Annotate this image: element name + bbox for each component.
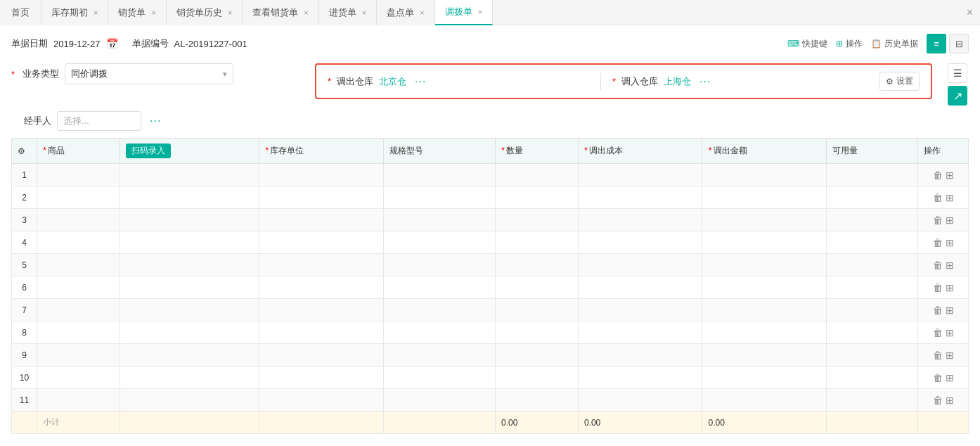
tab-view-sales-close[interactable]: × — [304, 8, 308, 17]
row-7-quantity[interactable] — [496, 299, 579, 321]
row-11-spec[interactable] — [383, 389, 495, 412]
row-9-amount[interactable] — [702, 344, 827, 367]
delete-icon-1[interactable]: 🗑 — [933, 170, 943, 181]
row-1-unit[interactable] — [259, 164, 384, 186]
tab-sales-order[interactable]: 销货单 × — [108, 0, 166, 25]
copy-icon-11[interactable]: ⊞ — [946, 395, 954, 406]
row-10-unit[interactable] — [259, 367, 384, 389]
list-view-btn[interactable]: ≡ — [927, 34, 946, 53]
copy-icon-5[interactable]: ⊞ — [946, 260, 954, 271]
row-5-product[interactable] — [37, 254, 120, 276]
copy-icon-3[interactable]: ⊞ — [946, 215, 954, 226]
row-8-cost[interactable] — [578, 321, 702, 344]
row-11-cost[interactable] — [578, 389, 702, 412]
global-close-btn[interactable]: × — [967, 0, 973, 25]
row-10-product[interactable] — [37, 367, 120, 389]
row-3-spec[interactable] — [383, 209, 495, 231]
tab-purchase-order[interactable]: 进货单 × — [319, 0, 377, 25]
tab-inventory-init-close[interactable]: × — [94, 8, 98, 17]
row-7-product[interactable] — [37, 299, 120, 321]
shortcuts-btn[interactable]: ⌨ 快捷键 — [787, 38, 827, 50]
row-4-product[interactable] — [37, 231, 120, 254]
row-2-quantity[interactable] — [496, 186, 579, 209]
sidebar-list-icon[interactable]: ☰ — [948, 63, 967, 83]
row-7-unit[interactable] — [259, 299, 384, 321]
row-4-spec[interactable] — [383, 231, 495, 254]
in-warehouse-value[interactable]: 上海仓 — [664, 75, 691, 88]
copy-icon-9[interactable]: ⊞ — [946, 350, 954, 361]
row-1-spec[interactable] — [383, 164, 495, 186]
row-8-amount[interactable] — [702, 321, 827, 344]
history-btn[interactable]: 📋 历史单据 — [871, 38, 918, 50]
row-3-cost[interactable] — [578, 209, 702, 231]
delete-icon-6[interactable]: 🗑 — [933, 282, 943, 293]
row-6-cost[interactable] — [578, 276, 702, 299]
row-4-unit[interactable] — [259, 231, 384, 254]
copy-icon-2[interactable]: ⊞ — [946, 192, 954, 203]
tab-sales-history[interactable]: 销货单历史 × — [167, 0, 243, 25]
scan-button[interactable]: 扫码录入 — [126, 144, 171, 158]
row-3-product[interactable] — [37, 209, 120, 231]
delete-icon-7[interactable]: 🗑 — [933, 305, 943, 316]
row-9-quantity[interactable] — [496, 344, 579, 367]
delete-icon-4[interactable]: 🗑 — [933, 237, 943, 248]
row-6-unit[interactable] — [259, 276, 384, 299]
settings-button[interactable]: ⚙ 设置 — [879, 72, 920, 91]
tab-sales-history-close[interactable]: × — [228, 8, 232, 17]
row-1-amount[interactable] — [702, 164, 827, 186]
row-5-quantity[interactable] — [496, 254, 579, 276]
delete-icon-3[interactable]: 🗑 — [933, 215, 943, 226]
row-7-cost[interactable] — [578, 299, 702, 321]
tab-inventory-check[interactable]: 盘点单 × — [377, 0, 434, 25]
row-5-unit[interactable] — [259, 254, 384, 276]
row-11-amount[interactable] — [702, 389, 827, 412]
business-type-select[interactable]: 同价调拨 ▾ — [65, 63, 233, 84]
in-warehouse-dots-btn[interactable]: ··· — [697, 75, 714, 88]
row-6-quantity[interactable] — [496, 276, 579, 299]
row-5-cost[interactable] — [578, 254, 702, 276]
row-9-cost[interactable] — [578, 344, 702, 367]
copy-icon-1[interactable]: ⊞ — [946, 170, 954, 181]
row-6-product[interactable] — [37, 276, 120, 299]
row-5-amount[interactable] — [702, 254, 827, 276]
sidebar-link-icon[interactable]: ↗ — [948, 86, 967, 106]
out-warehouse-value[interactable]: 北京仓 — [379, 75, 406, 88]
delete-icon-2[interactable]: 🗑 — [933, 192, 943, 203]
row-4-amount[interactable] — [702, 231, 827, 254]
operations-btn[interactable]: ⊞ 操作 — [836, 38, 863, 50]
row-6-amount[interactable] — [702, 276, 827, 299]
row-3-amount[interactable] — [702, 209, 827, 231]
row-2-amount[interactable] — [702, 186, 827, 209]
row-1-product[interactable] — [37, 164, 120, 186]
row-11-product[interactable] — [37, 389, 120, 412]
tab-view-sales[interactable]: 查看销货单 × — [243, 0, 318, 25]
row-11-quantity[interactable] — [496, 389, 579, 412]
row-1-cost[interactable] — [578, 164, 702, 186]
row-9-unit[interactable] — [259, 344, 384, 367]
row-2-cost[interactable] — [578, 186, 702, 209]
tab-sales-order-close[interactable]: × — [151, 8, 155, 17]
row-9-product[interactable] — [37, 344, 120, 367]
row-2-unit[interactable] — [259, 186, 384, 209]
row-1-quantity[interactable] — [496, 164, 579, 186]
row-3-quantity[interactable] — [496, 209, 579, 231]
copy-icon-10[interactable]: ⊞ — [946, 372, 954, 383]
row-6-spec[interactable] — [383, 276, 495, 299]
row-11-unit[interactable] — [259, 389, 384, 412]
delete-icon-11[interactable]: 🗑 — [933, 395, 943, 406]
tab-home[interactable]: 首页 — [0, 0, 41, 25]
row-4-cost[interactable] — [578, 231, 702, 254]
th-gear[interactable]: ⚙ — [12, 139, 37, 164]
copy-icon-7[interactable]: ⊞ — [946, 305, 954, 316]
copy-icon-8[interactable]: ⊞ — [946, 327, 954, 338]
handler-select[interactable]: 选择... — [57, 111, 141, 131]
delete-icon-8[interactable]: 🗑 — [933, 327, 943, 338]
delete-icon-10[interactable]: 🗑 — [933, 372, 943, 383]
row-10-amount[interactable] — [702, 367, 827, 389]
copy-icon-4[interactable]: ⊞ — [946, 237, 954, 248]
row-10-cost[interactable] — [578, 367, 702, 389]
out-warehouse-dots-btn[interactable]: ··· — [412, 75, 429, 88]
handler-dots-btn[interactable]: ··· — [147, 115, 164, 127]
row-2-product[interactable] — [37, 186, 120, 209]
tab-purchase-order-close[interactable]: × — [362, 8, 366, 17]
